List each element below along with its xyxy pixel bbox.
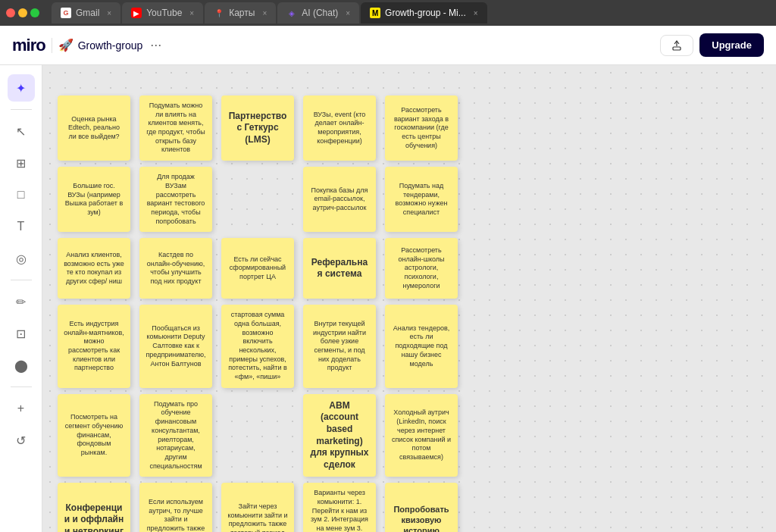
gmail-tab-label: Gmail bbox=[76, 8, 99, 18]
maps-favicon: 📍 bbox=[214, 8, 224, 18]
board-emoji: 🚀 bbox=[58, 38, 74, 52]
ai-favicon: ◈ bbox=[286, 8, 297, 18]
toolbar-btn-cursor[interactable]: ↖ bbox=[8, 117, 35, 145]
canvas[interactable]: Оценка рынка Edtech, реально ли все выйд… bbox=[42, 65, 776, 532]
sticky-note[interactable]: Партнерство с Геткурс (LMS) bbox=[221, 95, 294, 161]
toolbar-btn-shapes[interactable]: ◎ bbox=[8, 245, 35, 272]
window-controls bbox=[6, 8, 39, 17]
youtube-favicon: ▶ bbox=[131, 8, 142, 18]
sticky-note[interactable]: Если используем аутрич, то лучше зайти и… bbox=[139, 483, 212, 532]
sticky-note bbox=[467, 238, 540, 299]
sticky-note[interactable]: Попробовать квизовую историю bbox=[385, 483, 458, 532]
sticky-note bbox=[467, 394, 540, 477]
sticky-note[interactable]: Анализ тендеров, есть ли подходящие под … bbox=[385, 305, 458, 388]
sticky-note bbox=[467, 167, 540, 232]
sticky-note[interactable]: Подумать можно ли влиять на клиентов мен… bbox=[139, 95, 212, 161]
sticky-note[interactable]: ВУЗы, event (кто делает онлайн-мероприят… bbox=[303, 95, 376, 161]
youtube-tab-close[interactable]: × bbox=[189, 9, 194, 17]
sticky-note bbox=[549, 483, 621, 532]
miro-tab-label: Growth-group - Mi... bbox=[385, 8, 466, 18]
sticky-note[interactable]: Анализ клиентов, возможно есть уже те кт… bbox=[58, 238, 130, 299]
miro-favicon: M bbox=[370, 8, 380, 18]
header-divider bbox=[52, 38, 52, 53]
sticky-note[interactable]: Конференции и оффлайн и нетворкинг bbox=[58, 483, 130, 532]
board-menu-dots[interactable]: ··· bbox=[150, 37, 161, 53]
toolbar-btn-text[interactable]: T bbox=[8, 213, 35, 240]
sticky-note[interactable]: Посмотреть на сегмент обучению финансам,… bbox=[58, 394, 130, 477]
sticky-note bbox=[221, 167, 294, 232]
sticky-note[interactable]: Оценка рынка Edtech, реально ли все выйд… bbox=[58, 95, 130, 161]
sticky-note bbox=[549, 167, 621, 232]
sticky-note[interactable]: Большие гос. ВУЗы (например Вышка работа… bbox=[58, 167, 130, 232]
sticky-note bbox=[467, 305, 540, 388]
board-name-text: Growth-group bbox=[78, 39, 143, 52]
sticky-note[interactable]: Внутри текущей индустрии найти более узк… bbox=[303, 305, 376, 388]
toolbar-btn-sticky[interactable]: □ bbox=[8, 181, 35, 208]
youtube-tab-label: YouTube bbox=[146, 8, 182, 18]
toolbar-btn-grid[interactable]: ⊞ bbox=[8, 149, 35, 177]
sticky-note[interactable]: Кастдев по онлайн-обучению, чтобы улучши… bbox=[139, 238, 212, 299]
sticky-note[interactable]: Покупка базы для email-рассылок, аутрич-… bbox=[303, 167, 376, 232]
left-toolbar: ✦↖⊞□T◎✏⊡⬤+↺ bbox=[0, 65, 42, 532]
sticky-note[interactable]: Есть ли сейчас сформированный портрет ЦА bbox=[221, 238, 294, 299]
browser-tab-maps[interactable]: 📍Карты× bbox=[205, 2, 276, 23]
sticky-note[interactable]: Для продаж ВУЗам рассмотреть вариант тес… bbox=[139, 167, 212, 232]
browser-tabs: GGmail×▶YouTube×📍Карты×◈AI (Chat)×MGrowt… bbox=[52, 2, 770, 23]
miro-logo: miro bbox=[12, 36, 45, 55]
sticky-note bbox=[221, 394, 294, 477]
toolbar-btn-draw[interactable]: ✏ bbox=[8, 288, 35, 315]
sticky-note[interactable]: Подумать про обучение финансовым консуль… bbox=[139, 394, 212, 477]
toolbar-btn-add[interactable]: + bbox=[8, 395, 35, 422]
sticky-note bbox=[549, 95, 621, 161]
maps-tab-label: Карты bbox=[229, 8, 255, 18]
sticky-note bbox=[549, 305, 621, 388]
browser-tab-gmail[interactable]: GGmail× bbox=[52, 2, 120, 23]
svg-rect-0 bbox=[673, 47, 681, 50]
sticky-note[interactable]: Зайти через комьюнити зайти и предложить… bbox=[221, 483, 294, 532]
sticky-note[interactable]: ABM (account based marketing) для крупны… bbox=[303, 394, 376, 477]
sticky-note bbox=[549, 394, 621, 477]
sticky-note[interactable]: Варианты через комьюнити: 1. Перейти к н… bbox=[303, 483, 376, 532]
toolbar-separator bbox=[11, 280, 32, 280]
browser-tab-youtube[interactable]: ▶YouTube× bbox=[122, 2, 203, 23]
sticky-note bbox=[467, 483, 540, 532]
toolbar-btn-compass[interactable]: ✦ bbox=[8, 74, 35, 102]
toolbar-separator bbox=[11, 386, 32, 387]
sticky-note[interactable]: Есть индустрия онлайн-маятников, можно р… bbox=[58, 305, 130, 388]
export-button[interactable] bbox=[660, 35, 693, 56]
miro-header: miro 🚀 Growth-group ··· Upgrade bbox=[0, 26, 776, 65]
ai-tab-close[interactable]: × bbox=[346, 9, 350, 17]
sticky-note bbox=[549, 238, 621, 299]
toolbar-separator bbox=[11, 109, 32, 110]
sticky-note[interactable]: стартовая сумма одна большая, возможно в… bbox=[221, 305, 294, 388]
sticky-note[interactable]: Пообщаться из комьюнити Deputy Салтовке … bbox=[139, 305, 212, 388]
ai-tab-label: AI (Chat) bbox=[302, 8, 338, 18]
export-icon bbox=[671, 40, 682, 51]
miro-tab-close[interactable]: × bbox=[474, 9, 478, 17]
gmail-favicon: G bbox=[61, 8, 71, 18]
toolbar-btn-frame[interactable]: ⊡ bbox=[8, 320, 35, 347]
sticky-note[interactable]: Рассмотреть вариант захода в госкомпании… bbox=[385, 95, 458, 161]
miro-main: ✦↖⊞□T◎✏⊡⬤+↺ Оценка рынка Edtech, реально… bbox=[0, 65, 776, 532]
sticky-note bbox=[467, 95, 540, 161]
sticky-note[interactable]: Рассмотреть онлайн-школы астрологи, псих… bbox=[385, 238, 458, 299]
miro-logo-text: miro bbox=[12, 36, 45, 55]
sticky-note[interactable]: Реферальная система bbox=[303, 238, 376, 299]
gmail-tab-close[interactable]: × bbox=[107, 9, 111, 17]
toolbar-btn-palette[interactable]: ⬤ bbox=[8, 352, 35, 379]
browser-tab-miro[interactable]: MGrowth-group - Mi...× bbox=[361, 2, 487, 23]
upgrade-button[interactable]: Upgrade bbox=[699, 33, 764, 57]
miro-app: miro 🚀 Growth-group ··· Upgrade ✦↖⊞□T◎✏⊡… bbox=[0, 26, 776, 532]
sticky-note[interactable]: Подумать над тендерами, возможно нужен с… bbox=[385, 167, 458, 232]
sticky-note[interactable]: Холодный аутрич (LinkedIn, поиск через и… bbox=[385, 394, 458, 477]
close-window-btn[interactable] bbox=[6, 8, 15, 17]
miro-board-name[interactable]: 🚀 Growth-group ··· bbox=[58, 37, 162, 53]
minimize-window-btn[interactable] bbox=[18, 8, 27, 17]
maps-tab-close[interactable]: × bbox=[262, 9, 267, 17]
maximize-window-btn[interactable] bbox=[30, 8, 39, 17]
toolbar-btn-undo[interactable]: ↺ bbox=[8, 427, 35, 454]
browser-bar: GGmail×▶YouTube×📍Карты×◈AI (Chat)×MGrowt… bbox=[0, 0, 776, 26]
browser-tab-ai[interactable]: ◈AI (Chat)× bbox=[277, 2, 359, 23]
